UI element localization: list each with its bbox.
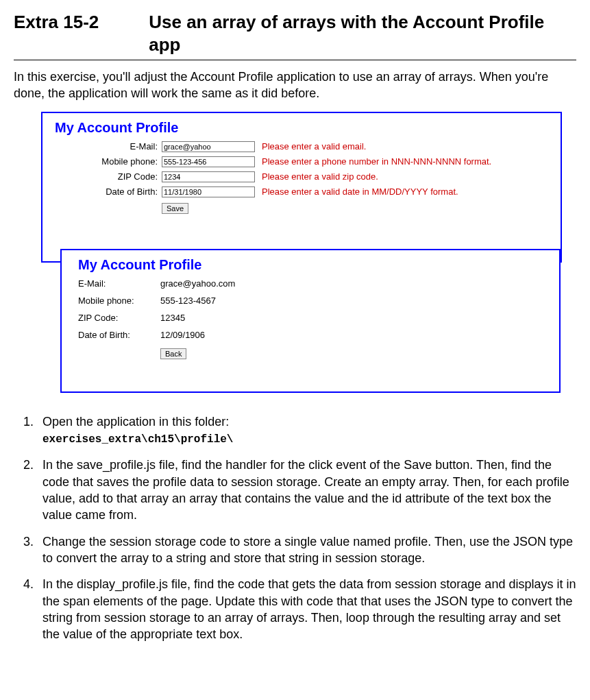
exercise-steps: Open the application in this folder: exe… <box>14 413 576 643</box>
panel-display-profile: My Account Profile E-Mail: grace@yahoo.c… <box>60 249 561 393</box>
input-phone[interactable] <box>162 156 255 167</box>
input-zip[interactable] <box>162 171 255 182</box>
dlabel-phone: Mobile phone: <box>74 295 160 306</box>
step-2: In the save_profile.js file, find the ha… <box>37 457 576 523</box>
save-button[interactable]: Save <box>162 203 188 214</box>
label-zip: ZIP Code: <box>55 171 162 182</box>
row-phone: Mobile phone: Please enter a phone numbe… <box>55 156 548 167</box>
dlabel-dob: Date of Birth: <box>74 330 160 340</box>
screenshot-panels: My Account Profile E-Mail: Please enter … <box>41 112 576 400</box>
title-prefix: Extra 15-2 <box>14 11 144 34</box>
dval-phone: 555-123-4567 <box>160 295 216 306</box>
error-phone: Please enter a phone number in NNN-NNN-N… <box>262 156 491 167</box>
drow-dob: Date of Birth: 12/09/1906 <box>74 330 547 340</box>
step-1-text: Open the application in this folder: <box>42 415 229 429</box>
error-dob: Please enter a valid date in MM/DD/YYYY … <box>262 186 458 197</box>
drow-email: E-Mail: grace@yahoo.com <box>74 278 547 289</box>
error-zip: Please enter a valid zip code. <box>262 171 378 182</box>
step-3: Change the session storage code to store… <box>37 533 576 567</box>
intro-text: In this exercise, you'll adjust the Acco… <box>14 69 576 102</box>
page-title: Extra 15-2 Use an array of arrays with t… <box>14 11 576 60</box>
back-button[interactable]: Back <box>160 348 186 359</box>
panel-edit-profile: My Account Profile E-Mail: Please enter … <box>41 112 562 263</box>
dval-zip: 12345 <box>160 313 185 323</box>
panel-a-heading: My Account Profile <box>55 120 548 136</box>
input-email[interactable] <box>162 141 255 152</box>
drow-phone: Mobile phone: 555-123-4567 <box>74 295 547 306</box>
dlabel-zip: ZIP Code: <box>74 313 160 323</box>
dval-email: grace@yahoo.com <box>160 278 235 289</box>
title-body: Use an array of arrays with the Account … <box>149 11 560 56</box>
dval-dob: 12/09/1906 <box>160 330 205 340</box>
dlabel-email: E-Mail: <box>74 278 160 289</box>
row-email: E-Mail: Please enter a valid email. <box>55 141 548 152</box>
step-1: Open the application in this folder: exe… <box>37 413 576 448</box>
label-dob: Date of Birth: <box>55 186 162 197</box>
input-dob[interactable] <box>162 186 255 197</box>
row-zip: ZIP Code: Please enter a valid zip code. <box>55 171 548 182</box>
drow-zip: ZIP Code: 12345 <box>74 313 547 323</box>
step-1-path: exercises_extra\ch15\profile\ <box>42 433 576 448</box>
error-email: Please enter a valid email. <box>262 141 366 152</box>
label-email: E-Mail: <box>55 141 162 152</box>
label-phone: Mobile phone: <box>55 156 162 167</box>
step-4: In the display_profile.js file, find the… <box>37 576 576 642</box>
row-dob: Date of Birth: Please enter a valid date… <box>55 186 548 197</box>
panel-b-heading: My Account Profile <box>78 257 547 273</box>
